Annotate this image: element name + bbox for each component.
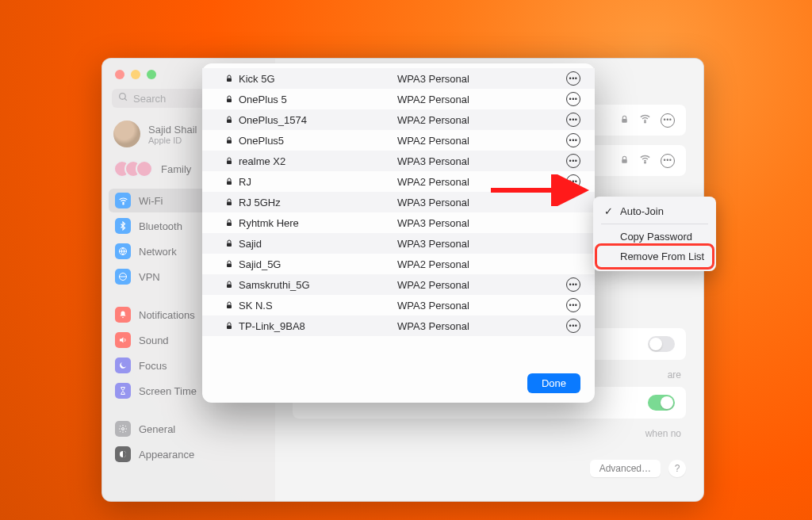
lock-icon bbox=[220, 115, 239, 124]
toggle[interactable] bbox=[648, 395, 675, 411]
network-name: realme X2 bbox=[239, 155, 397, 167]
wifi-icon bbox=[639, 113, 651, 128]
network-security: WPA2 Personal bbox=[397, 258, 561, 270]
sidebar-item-label: Screen Time bbox=[139, 385, 197, 397]
sidebar-item-label: Focus bbox=[139, 360, 167, 372]
network-row[interactable]: Samskruthi_5GWPA2 Personal••• bbox=[202, 274, 595, 295]
sidebar-item-appearance[interactable]: Appearance bbox=[109, 442, 269, 466]
more-button[interactable]: ••• bbox=[566, 154, 580, 168]
more-icon[interactable]: ••• bbox=[661, 113, 675, 128]
network-name: RJ 5GHz bbox=[239, 197, 397, 208]
more-button[interactable]: ••• bbox=[566, 174, 580, 189]
network-security: WPA2 Personal bbox=[397, 114, 561, 126]
avatar bbox=[113, 120, 140, 147]
minimize-window-button[interactable] bbox=[131, 70, 140, 79]
more-button[interactable]: ••• bbox=[566, 92, 580, 106]
sidebar-item-general[interactable]: General bbox=[109, 417, 269, 441]
svg-rect-8 bbox=[622, 118, 627, 122]
sidebar-item-label: Appearance bbox=[139, 449, 194, 461]
wifi-icon bbox=[115, 193, 131, 208]
sidebar-item-label: General bbox=[139, 423, 175, 435]
help-button[interactable]: ? bbox=[668, 460, 686, 477]
lock-icon bbox=[220, 300, 239, 310]
bluetooth-icon bbox=[115, 218, 131, 234]
menu-item-auto-join[interactable]: ✓ Auto-Join bbox=[598, 201, 711, 221]
more-button[interactable]: ••• bbox=[566, 71, 580, 86]
network-context-menu: ✓ Auto-Join Copy Password Remove From Li… bbox=[593, 197, 716, 271]
svg-rect-15 bbox=[227, 140, 232, 144]
more-button[interactable]: ••• bbox=[566, 298, 580, 312]
more-button[interactable]: ••• bbox=[566, 133, 580, 147]
network-security: WPA3 Personal bbox=[397, 155, 561, 167]
network-name: OnePlus 5 bbox=[239, 94, 397, 105]
network-more: ••• bbox=[561, 319, 580, 333]
svg-rect-18 bbox=[227, 202, 232, 206]
bell-icon bbox=[115, 307, 131, 323]
advanced-button[interactable]: Advanced… bbox=[590, 460, 661, 477]
network-row[interactable]: Kick 5GWPA3 Personal••• bbox=[202, 68, 595, 89]
account-sub: Apple ID bbox=[148, 136, 197, 145]
svg-point-9 bbox=[645, 121, 646, 123]
svg-rect-21 bbox=[227, 264, 232, 268]
svg-point-6 bbox=[122, 428, 124, 430]
network-security: WPA3 Personal bbox=[397, 197, 561, 208]
search-icon bbox=[118, 92, 128, 105]
network-row[interactable]: realme X2WPA3 Personal••• bbox=[202, 151, 595, 171]
network-more: ••• bbox=[561, 298, 580, 312]
network-row[interactable]: RJ 5GHzWPA3 Personal bbox=[202, 192, 595, 212]
sidebar-item-label: Bluetooth bbox=[139, 220, 182, 232]
moon-icon bbox=[115, 358, 131, 373]
done-button[interactable]: Done bbox=[527, 373, 580, 393]
network-security: WPA3 Personal bbox=[397, 217, 561, 229]
sidebar-item-label: VPN bbox=[139, 271, 160, 283]
more-button[interactable]: ••• bbox=[566, 319, 580, 333]
svg-line-1 bbox=[124, 98, 127, 101]
svg-rect-23 bbox=[227, 305, 232, 309]
lock-icon bbox=[220, 259, 239, 269]
search-placeholder: Search bbox=[133, 93, 166, 105]
network-row[interactable]: OnePlus5WPA2 Personal••• bbox=[202, 130, 595, 151]
more-button[interactable]: ••• bbox=[566, 277, 580, 292]
hint-text: when no bbox=[293, 428, 686, 453]
menu-item-copy-password[interactable]: Copy Password bbox=[598, 227, 711, 247]
sidebar-item-label: Notifications bbox=[139, 309, 195, 321]
svg-rect-13 bbox=[227, 99, 232, 103]
lock-icon bbox=[220, 239, 239, 248]
network-security: WPA3 Personal bbox=[397, 238, 561, 250]
menu-item-label: Auto-Join bbox=[620, 205, 664, 217]
lock-icon bbox=[619, 113, 630, 128]
network-row[interactable]: Sajid_5GWPA2 Personal bbox=[202, 254, 595, 274]
zoom-window-button[interactable] bbox=[147, 70, 156, 79]
checkmark-icon: ✓ bbox=[604, 205, 614, 217]
network-row[interactable]: RJWPA2 Personal••• bbox=[202, 171, 595, 192]
network-icon bbox=[115, 243, 131, 259]
network-row[interactable]: Ryhtmk HereWPA3 Personal bbox=[202, 212, 595, 233]
network-name: SK N.S bbox=[239, 300, 397, 312]
svg-point-11 bbox=[645, 162, 646, 163]
more-button[interactable]: ••• bbox=[566, 113, 580, 127]
network-name: OnePlus_1574 bbox=[239, 114, 397, 126]
network-more: ••• bbox=[561, 133, 580, 147]
svg-rect-16 bbox=[227, 161, 232, 165]
more-icon[interactable]: ••• bbox=[661, 154, 675, 168]
lock-icon bbox=[220, 218, 239, 228]
vpn-icon bbox=[115, 269, 131, 285]
network-row[interactable]: OnePlus_1574WPA2 Personal••• bbox=[202, 109, 595, 130]
svg-rect-10 bbox=[622, 159, 627, 162]
network-name: Sajid bbox=[239, 238, 397, 250]
lock-icon bbox=[220, 136, 239, 145]
svg-rect-12 bbox=[227, 78, 232, 82]
toggle[interactable] bbox=[648, 336, 675, 352]
menu-item-remove-from-list[interactable]: Remove From List bbox=[598, 247, 711, 266]
svg-rect-22 bbox=[227, 285, 232, 289]
account-name: Sajid Shail bbox=[148, 124, 197, 136]
network-security: WPA3 Personal bbox=[397, 73, 561, 85]
lock-icon bbox=[619, 154, 630, 168]
lock-icon bbox=[220, 197, 239, 207]
network-row[interactable]: TP-Link_9BA8WPA3 Personal••• bbox=[202, 315, 595, 336]
close-window-button[interactable] bbox=[115, 70, 124, 79]
network-row[interactable]: OnePlus 5WPA2 Personal••• bbox=[202, 89, 595, 109]
network-row[interactable]: SajidWPA3 Personal bbox=[202, 233, 595, 254]
network-row[interactable]: SK N.SWPA3 Personal••• bbox=[202, 295, 595, 315]
svg-rect-24 bbox=[227, 326, 232, 330]
